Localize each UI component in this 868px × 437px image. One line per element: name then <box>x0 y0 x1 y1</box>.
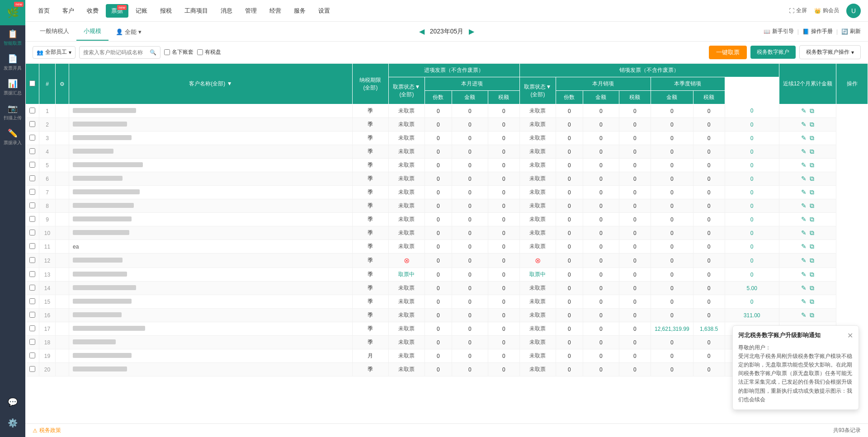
row-checkbox[interactable] <box>29 339 35 345</box>
nav-item-收费[interactable]: 收费 <box>81 4 104 18</box>
search-input[interactable] <box>83 49 148 56</box>
row-checkbox[interactable] <box>29 312 35 318</box>
sidebar-item-扫描上传[interactable]: 📷 扫描上传 <box>0 100 25 125</box>
copy-icon[interactable]: ⧉ <box>810 188 814 196</box>
digital-account-btn[interactable]: 税务数字账户 <box>750 46 796 59</box>
edit-icon[interactable]: ✎ <box>801 107 807 114</box>
copy-icon[interactable]: ⧉ <box>810 161 814 169</box>
tab-全能[interactable]: 👤 全能 ▾ <box>108 23 149 41</box>
onekey-btn[interactable]: 一键取票 <box>709 46 747 59</box>
copy-icon[interactable]: ⧉ <box>810 175 814 182</box>
nav-item-客户[interactable]: 客户 <box>57 4 80 18</box>
row-checkbox-cell[interactable] <box>26 254 39 268</box>
row-checkbox-cell[interactable] <box>26 213 39 226</box>
copy-icon[interactable]: ⧉ <box>810 202 814 209</box>
next-month-btn[interactable]: ▶ <box>469 27 474 36</box>
row-checkbox-cell[interactable] <box>26 322 39 336</box>
sidebar-item-settings[interactable]: ⚙️ <box>0 414 25 432</box>
th-out-status[interactable]: 取票状态▼(全部) <box>519 77 556 104</box>
copy-icon[interactable]: ⧉ <box>810 216 814 223</box>
avatar[interactable]: U <box>846 4 861 18</box>
row-checkbox-cell[interactable] <box>26 349 39 363</box>
row-checkbox[interactable] <box>29 230 35 235</box>
copy-icon[interactable]: ⧉ <box>810 121 814 128</box>
nav-item-管理[interactable]: 管理 <box>240 4 262 18</box>
row-checkbox[interactable] <box>29 216 35 222</box>
refresh-btn[interactable]: 🔄 刷新 <box>841 28 861 35</box>
row-checkbox-cell[interactable] <box>26 363 39 376</box>
copy-icon[interactable]: ⧉ <box>810 298 814 305</box>
employee-select[interactable]: 👥 全部员工 ▾ <box>33 46 75 59</box>
edit-icon[interactable]: ✎ <box>801 202 807 209</box>
copy-icon[interactable]: ⧉ <box>810 311 814 319</box>
row-checkbox-cell[interactable] <box>26 336 39 349</box>
row-checkbox[interactable] <box>29 257 35 263</box>
edit-icon[interactable]: ✎ <box>801 229 807 236</box>
edit-icon[interactable]: ✎ <box>801 175 807 182</box>
row-checkbox[interactable] <box>29 202 35 208</box>
edit-icon[interactable]: ✎ <box>801 188 807 196</box>
copy-icon[interactable]: ⧉ <box>810 243 814 250</box>
nav-item-记账[interactable]: 记账 <box>130 4 153 18</box>
th-in-status[interactable]: 取票状态▼(全部) <box>388 77 425 104</box>
row-checkbox-cell[interactable] <box>26 199 39 213</box>
nav-item-工商项目[interactable]: 工商项目 <box>179 4 213 18</box>
row-checkbox-cell[interactable] <box>26 282 39 295</box>
row-checkbox[interactable] <box>29 366 35 372</box>
edit-icon[interactable]: ✎ <box>801 311 807 319</box>
row-checkbox-cell[interactable] <box>26 295 39 309</box>
select-all-checkbox[interactable] <box>29 80 35 86</box>
row-checkbox[interactable] <box>29 135 35 141</box>
edit-icon[interactable]: ✎ <box>801 121 807 128</box>
nav-item-经营[interactable]: 经营 <box>264 4 287 18</box>
sidebar-item-票据汇总[interactable]: 📊 票据汇总 <box>0 75 25 100</box>
row-checkbox-cell[interactable] <box>26 118 39 132</box>
sidebar-item-智能取票[interactable]: 📋 智能取票 <box>0 25 25 50</box>
nav-item-消息[interactable]: 消息 <box>215 4 238 18</box>
nav-item-首页[interactable]: 首页 <box>33 4 55 18</box>
nav-item-报税[interactable]: 报税 <box>155 4 177 18</box>
sidebar-item-message[interactable]: 💬 <box>0 394 25 411</box>
sidebar-item-票据录入[interactable]: ✏️ 票据录入 <box>0 125 25 150</box>
sidebar-item-发票开具[interactable]: 📄 发票开具 <box>0 50 25 75</box>
row-checkbox-cell[interactable] <box>26 309 39 322</box>
th-setting[interactable]: ⚙ <box>56 64 69 104</box>
row-checkbox[interactable] <box>29 162 35 168</box>
copy-icon[interactable]: ⧉ <box>810 148 814 155</box>
row-checkbox[interactable] <box>29 352 35 358</box>
notification-close-btn[interactable]: ✕ <box>847 331 853 340</box>
copy-icon[interactable]: ⧉ <box>810 257 814 264</box>
accounts-checkbox[interactable] <box>164 49 170 55</box>
row-checkbox-cell[interactable] <box>26 172 39 186</box>
check-accounts[interactable]: 名下账套 <box>164 48 193 56</box>
manual-btn[interactable]: 📘 操作手册 <box>802 28 833 35</box>
digital-account-ops-btn[interactable]: 税务数字账户操作 ▾ <box>799 45 861 59</box>
row-checkbox[interactable] <box>29 148 35 154</box>
row-checkbox[interactable] <box>29 108 35 113</box>
row-checkbox[interactable] <box>29 271 35 277</box>
row-checkbox-cell[interactable] <box>26 159 39 172</box>
row-checkbox-cell[interactable] <box>26 240 39 254</box>
row-checkbox-cell[interactable] <box>26 186 39 199</box>
copy-icon[interactable]: ⧉ <box>810 284 814 291</box>
edit-icon[interactable]: ✎ <box>801 284 807 291</box>
th-name[interactable]: 客户名称(全部) ▼ <box>69 64 353 104</box>
check-taxdisk[interactable]: 有税盘 <box>197 48 221 56</box>
edit-icon[interactable]: ✎ <box>801 161 807 169</box>
nav-item-设置[interactable]: 设置 <box>313 4 335 18</box>
edit-icon[interactable]: ✎ <box>801 243 807 250</box>
edit-icon[interactable]: ✎ <box>801 134 807 141</box>
row-checkbox[interactable] <box>29 121 35 127</box>
nav-item-服务[interactable]: 服务 <box>288 4 311 18</box>
row-checkbox[interactable] <box>29 243 35 249</box>
row-checkbox-cell[interactable] <box>26 268 39 282</box>
copy-icon[interactable]: ⧉ <box>810 229 814 236</box>
row-checkbox[interactable] <box>29 189 35 195</box>
row-checkbox[interactable] <box>29 285 35 291</box>
row-checkbox-cell[interactable] <box>26 145 39 159</box>
search-box[interactable]: 🔍 <box>79 46 160 59</box>
prev-month-btn[interactable]: ◀ <box>419 27 425 36</box>
tab-小规模[interactable]: 小规模 <box>76 23 108 41</box>
edit-icon[interactable]: ✎ <box>801 148 807 155</box>
copy-icon[interactable]: ⧉ <box>810 271 814 278</box>
